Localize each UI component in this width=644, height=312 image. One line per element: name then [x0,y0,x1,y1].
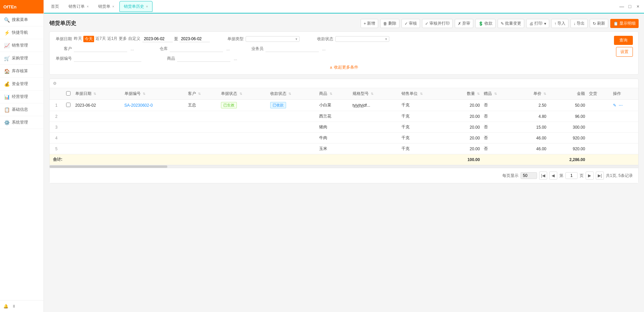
refresh-button[interactable]: ↻ 刷新 [590,19,608,28]
warehouse-input[interactable] [170,46,223,52]
close-tab-sales-delivery[interactable]: × [112,5,114,8]
cell-doc-date [73,111,122,122]
col-customer[interactable]: 客户 ⇅ [186,88,219,100]
customer-label: 客户 [55,46,72,52]
payment-status-select[interactable]: ▾ [335,36,389,42]
approve-print-button[interactable]: ✓ 审核并打印 [422,19,453,28]
cell-quantity: 20.00 [449,111,482,122]
product-input[interactable] [177,55,230,62]
col-quantity[interactable]: 数量 ⇅ [449,88,482,100]
sidebar-item-search-menu[interactable]: 🔍 搜索菜单 [0,14,44,26]
show-detail-button[interactable]: 📋 显示明细 [610,19,639,28]
date-shortcut-custom[interactable]: 自定义 [128,36,140,42]
export-button[interactable]: ↓ 导出 [570,19,588,28]
col-spec[interactable]: 规格型号 ⇅ [351,88,400,100]
minimize-btn[interactable]: — [618,3,625,10]
page-number-input[interactable] [565,172,578,179]
query-button[interactable]: 查询 [614,36,633,45]
close-window-btn[interactable]: × [635,3,641,10]
close-tab-sales-order[interactable]: × [87,5,89,8]
sidebar-bottom-icon1[interactable]: 🔔 [3,304,8,309]
cell-gift: 否 [482,100,515,111]
settings-button[interactable]: 设置 [616,47,633,57]
edit-action-btn[interactable]: ✎ [613,103,616,108]
close-tab-sales-history[interactable]: × [146,5,148,8]
scrollbar-thumb[interactable] [50,165,167,168]
sidebar-bottom-icon2[interactable]: ⏸ [12,304,16,309]
sidebar-item-basic-info[interactable]: 📋 基础信息 [0,103,44,116]
print-button[interactable]: 🖨 打印 ▾ [526,19,549,28]
collapse-filter-btn[interactable]: ∧ 收起更多条件 [55,64,633,70]
date-range: 至 [142,36,210,42]
date-shortcut-yesterday[interactable]: 昨天 [74,36,82,42]
scrollbar[interactable] [50,165,638,168]
doc-type-select[interactable]: ▾ [246,36,300,42]
tab-sales-order[interactable]: 销售订单 × [64,1,93,12]
row-checkbox[interactable] [66,103,71,107]
tab-home[interactable]: 首页 [47,1,63,12]
doc-number-input[interactable] [74,55,141,62]
salesperson-input[interactable] [265,46,319,52]
customer-dots-btn[interactable]: ... [131,47,134,51]
doc-number-link[interactable]: SA-20230602-0 [124,103,153,108]
col-gift[interactable]: 赠品 ⇅ [482,88,515,100]
sidebar-item-system-mgmt[interactable]: ⚙️ 系统管理 [0,116,44,129]
abandon-button[interactable]: ✗ 弃审 [455,19,473,28]
cell-checkbox [63,100,73,111]
col-unit-price[interactable]: 单价 ⇅ [515,88,549,100]
col-product[interactable]: 商品 ⇅ [317,88,351,100]
cell-gift: 否 [482,111,515,122]
table-settings-icon[interactable]: ⚙ [53,81,57,86]
approve-button[interactable]: ✓ 审核 [401,19,420,28]
sidebar-item-finance-mgmt[interactable]: 💰 资金管理 [0,78,44,90]
cell-unit-price: 46.00 [515,144,549,154]
select-all-checkbox[interactable] [66,91,71,96]
cell-gift: 否 [482,144,515,154]
sidebar-item-quick-nav[interactable]: ⚡ 快捷导航 [0,26,44,39]
collect-button[interactable]: 💲 收款 [475,19,496,28]
cell-action [611,133,638,144]
col-doc-status[interactable]: 单据状态 ⇅ [219,88,268,100]
print-arrow-icon: ▾ [544,21,546,26]
sidebar-item-purchase-mgmt[interactable]: 🛒 采购管理 [0,52,44,65]
sidebar-item-operations[interactable]: 📊 经营管理 [0,90,44,103]
date-shortcut-1month[interactable]: 近1月 [107,36,118,42]
maximize-btn[interactable]: □ [626,3,633,10]
date-shortcut-more[interactable]: 更多 [119,36,127,42]
main-area: 首页 销售订单 × 销货单 × 销货单历史 × — □ × 销货单历史 [44,0,644,312]
customer-input[interactable] [74,46,127,52]
import-button[interactable]: ↑ 导入 [551,19,568,28]
date-shortcut-today[interactable]: 今天 [83,36,94,42]
date-shortcut-7days[interactable]: 近7天 [95,36,106,42]
delete-button[interactable]: 🗑 删除 [380,19,399,28]
basic-info-icon: 📋 [4,107,10,112]
salesperson-dots-btn[interactable]: ... [322,47,326,51]
last-page-btn[interactable]: ▶| [596,172,604,180]
sidebar-item-sales-mgmt[interactable]: 📈 销售管理 [0,39,44,52]
tab-sales-history[interactable]: 销货单历史 × [119,1,152,12]
doc-type-label: 单据类型 [227,36,244,42]
col-amount: 金额 [548,88,587,100]
product-dots-btn[interactable]: ... [234,56,237,61]
col-doc-date[interactable]: 单据日期 ⇅ [73,88,122,100]
date-from-input[interactable] [142,36,173,42]
first-page-btn[interactable]: |◀ [539,172,547,180]
col-unit[interactable]: 销售单位 ⇅ [399,88,449,100]
more-action-btn[interactable]: ⋯ [619,103,623,108]
col-payment-status[interactable]: 收款状态 ⇅ [268,88,317,100]
warehouse-dots-btn[interactable]: ... [226,47,230,51]
per-page-select[interactable]: 50 100 200 [521,172,537,179]
col-doc-number[interactable]: 单据编号 ⇅ [122,88,186,100]
sidebar-item-inventory[interactable]: 🏠 库存核算 [0,65,44,78]
cell-row-num: 3 [50,122,63,133]
abandon-icon: ✗ [458,21,461,26]
cell-checkbox [63,122,73,133]
filter-area: 单据日期 昨天 今天 近7天 近1月 更多 自定义 [49,31,639,75]
new-button[interactable]: + 新增 [361,19,378,28]
prev-page-btn[interactable]: ◀ [549,172,557,180]
next-page-btn[interactable]: ▶ [586,172,594,180]
batch-change-button[interactable]: ✎ 批量变更 [498,19,524,28]
cell-doc-status [219,111,268,122]
tab-sales-delivery[interactable]: 销货单 × [94,1,119,12]
date-to-input[interactable] [179,36,210,42]
